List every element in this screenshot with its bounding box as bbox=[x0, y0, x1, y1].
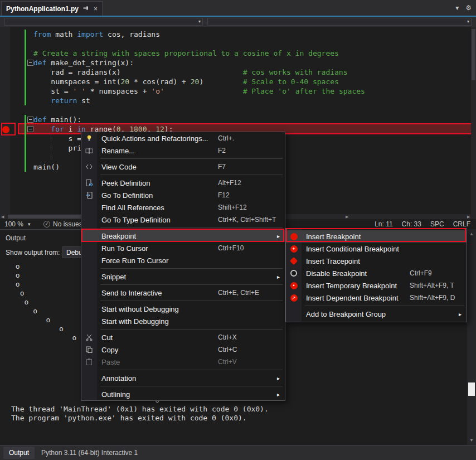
document-tab[interactable]: PythonApplication1.py × bbox=[1, 1, 103, 16]
change-tracking-bar bbox=[25, 30, 26, 39]
menu-item-run-to-cursor[interactable]: Run To CursorCtrl+F10 bbox=[81, 242, 285, 254]
tab-output[interactable]: Output bbox=[3, 447, 35, 459]
editor-vertical-scrollbar[interactable] bbox=[471, 27, 476, 214]
menu-item-insert-temporary-breakpoint[interactable]: •Insert Temporary BreakpointShift+Alt+F9… bbox=[286, 279, 467, 292]
fold-collapse-icon[interactable] bbox=[27, 117, 33, 123]
code-line[interactable]: # Create a string with spaces proportion… bbox=[10, 49, 476, 58]
code-line[interactable] bbox=[10, 39, 476, 49]
menu-item-label: Insert Tracepoint bbox=[306, 257, 360, 265]
menu-item-label: View Code bbox=[101, 163, 137, 171]
show-output-from-label: Show output from: bbox=[6, 249, 60, 256]
code-line[interactable]: numspaces = int(20 * cos(rad) + 20) # Sc… bbox=[10, 77, 476, 86]
output-vertical-scrollbar[interactable]: ▲ ▼ bbox=[467, 229, 476, 445]
menu-item-label: Insert Breakpoint bbox=[306, 233, 361, 241]
menu-item-insert-breakpoint[interactable]: Insert Breakpoint bbox=[286, 230, 467, 243]
scrollbar-thumb[interactable] bbox=[472, 29, 475, 80]
code-line[interactable] bbox=[10, 105, 476, 115]
menu-item-label: Force Run To Cursor bbox=[101, 256, 168, 265]
change-tracking-bar bbox=[25, 153, 26, 162]
document-tab-title: PythonApplication1.py bbox=[6, 5, 79, 13]
close-tab-icon[interactable]: × bbox=[94, 6, 98, 12]
submenu-arrow-icon: ▸ bbox=[277, 274, 280, 280]
fold-collapse-icon[interactable] bbox=[27, 60, 33, 66]
fold-collapse-icon[interactable] bbox=[27, 126, 33, 132]
menu-item-paste[interactable]: PasteCtrl+V bbox=[81, 356, 285, 368]
rename-icon bbox=[81, 147, 97, 154]
menu-item-label: Copy bbox=[101, 346, 118, 354]
menu-item-snippet[interactable]: Snippet▸ bbox=[81, 270, 285, 283]
code-line-text: rad = radians(x) # cos works with radian… bbox=[33, 67, 348, 77]
document-indicators: Ln: 11 Ch: 33 SPC CRLF bbox=[375, 220, 470, 228]
breakpoint-submenu: Insert Breakpoint+Insert Conditional Bre… bbox=[285, 228, 467, 322]
code-line[interactable]: return st bbox=[10, 96, 476, 105]
menu-item-insert-conditional-breakpoint[interactable]: +Insert Conditional Breakpoint bbox=[286, 243, 467, 255]
menu-item-breakpoint[interactable]: Breakpoint▸ bbox=[81, 230, 285, 242]
tab-python-interactive[interactable]: Python 3.11 (64-bit) Interactive 1 bbox=[36, 447, 143, 459]
menu-item-shortcut: F2 bbox=[218, 147, 226, 154]
menu-item-cut[interactable]: CutCtrl+X bbox=[81, 331, 285, 343]
menu-separator bbox=[98, 368, 285, 372]
menu-item-outlining[interactable]: Outlining▸ bbox=[81, 388, 285, 400]
menu-item-start-without-debugging[interactable]: Start without Debugging bbox=[81, 303, 285, 315]
output-panel-title: Output bbox=[6, 234, 26, 242]
menu-item-peek-definition[interactable]: Peek DefinitionAlt+F12 bbox=[81, 177, 285, 189]
menu-item-insert-tracepoint[interactable]: Insert Tracepoint bbox=[286, 255, 467, 267]
breakpoint-margin[interactable] bbox=[0, 27, 10, 214]
change-tracking-bar bbox=[25, 96, 26, 105]
submenu-arrow-icon: ▸ bbox=[277, 375, 280, 381]
menu-separator bbox=[98, 327, 285, 331]
menu-item-label: Annotation bbox=[101, 374, 136, 382]
context-menu: Quick Actions and Refactorings...Ctrl+.R… bbox=[81, 132, 285, 401]
eol-indicator: CRLF bbox=[453, 220, 470, 228]
code-line[interactable]: rad = radians(x) # cos works with radian… bbox=[10, 67, 476, 77]
breakpoint-glyph[interactable] bbox=[2, 126, 9, 133]
zoom-control[interactable]: 100 % ▾ bbox=[4, 220, 31, 228]
code-line-text: main() bbox=[33, 162, 60, 172]
menu-item-shortcut: Ctrl+C bbox=[218, 346, 237, 354]
scroll-down-icon[interactable]: ▼ bbox=[467, 438, 476, 443]
scroll-right-icon[interactable]: ▶ bbox=[467, 215, 470, 219]
bp-disable-icon bbox=[286, 270, 302, 277]
menu-item-insert-dependent-breakpoint[interactable]: ↗Insert Dependent BreakpointShift+Alt+F9… bbox=[286, 292, 467, 304]
menu-item-disable-breakpoint[interactable]: Disable BreakpointCtrl+F9 bbox=[286, 267, 467, 279]
menu-item-copy[interactable]: CopyCtrl+C bbox=[81, 343, 285, 356]
scroll-right-icon[interactable]: ▶ bbox=[346, 215, 348, 219]
menu-item-go-to-type-definition[interactable]: Go To Type DefinitionCtrl+K, Ctrl+Shift+… bbox=[81, 214, 285, 226]
member-dropdown[interactable]: ▾ bbox=[207, 18, 472, 26]
menu-item-view-code[interactable]: View CodeF7 bbox=[81, 161, 285, 173]
bp-cond-icon: + bbox=[286, 245, 302, 253]
menu-item-shortcut: Ctrl+E, Ctrl+E bbox=[218, 289, 259, 297]
menu-item-quick-actions-and-refactorings[interactable]: Quick Actions and Refactorings...Ctrl+. bbox=[81, 132, 285, 144]
menu-separator bbox=[98, 157, 285, 161]
visual-studio-window: PythonApplication1.py × ▾ ⚙ ▾ ▾ from mat… bbox=[0, 0, 476, 460]
menu-item-label: Disable Breakpoint bbox=[306, 269, 367, 278]
code-line[interactable]: st = ' ' * numspaces + 'o' # Place 'o' a… bbox=[10, 86, 476, 96]
scroll-left-icon[interactable]: ◀ bbox=[1, 215, 4, 219]
change-tracking-bar bbox=[25, 86, 26, 96]
code-line[interactable]: def make_dot_string(x): bbox=[10, 58, 476, 67]
submenu-arrow-icon: ▸ bbox=[277, 233, 280, 239]
pin-icon[interactable] bbox=[83, 5, 89, 12]
chevron-down-icon: ▾ bbox=[467, 19, 469, 24]
menu-item-annotation[interactable]: Annotation▸ bbox=[81, 372, 285, 384]
menu-item-start-with-debugging[interactable]: Start with Debugging bbox=[81, 315, 285, 327]
line-indicator: Ln: 11 bbox=[375, 220, 392, 228]
scroll-up-icon[interactable]: ▲ bbox=[467, 231, 476, 236]
menu-item-rename[interactable]: Rename...F2 bbox=[81, 144, 285, 157]
project-dropdown[interactable]: ▾ bbox=[4, 18, 203, 26]
menu-item-go-to-definition[interactable]: Go To DefinitionF12 bbox=[81, 189, 285, 201]
menu-item-force-run-to-cursor[interactable]: Force Run To Cursor bbox=[81, 254, 285, 267]
menu-item-label: Rename... bbox=[101, 147, 135, 155]
menu-separator bbox=[98, 299, 285, 303]
peek-icon bbox=[81, 179, 97, 187]
menu-item-label: Find All References bbox=[101, 204, 164, 212]
tab-list-chevron-down-icon[interactable]: ▾ bbox=[455, 4, 459, 12]
menu-item-send-to-interactive[interactable]: Send to InteractiveCtrl+E, Ctrl+E bbox=[81, 287, 285, 299]
settings-gear-icon[interactable]: ⚙ bbox=[465, 4, 472, 12]
scrollbar-thumb[interactable] bbox=[468, 382, 475, 396]
menu-item-find-all-references[interactable]: Find All ReferencesShift+F12 bbox=[81, 201, 285, 214]
menu-item-add-to-breakpoint-group[interactable]: Add to Breakpoint Group▸ bbox=[286, 308, 467, 320]
change-tracking-bar bbox=[25, 115, 26, 124]
code-line[interactable]: from math import cos, radians bbox=[10, 30, 476, 39]
goto-def-icon bbox=[81, 191, 97, 199]
